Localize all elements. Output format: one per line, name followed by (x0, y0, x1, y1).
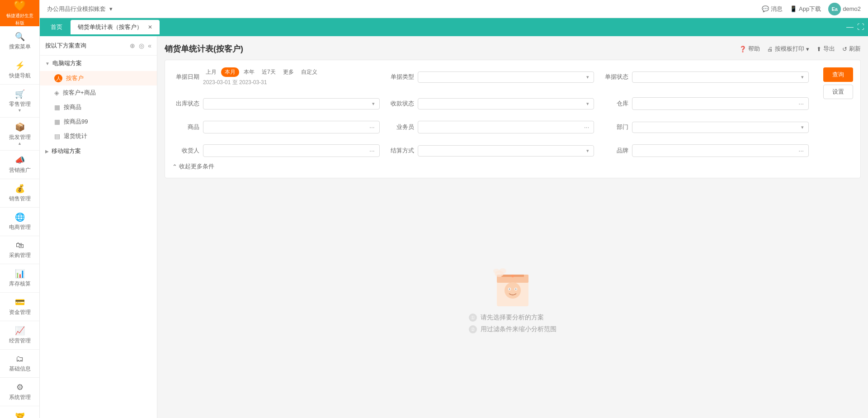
collapse-icon: ⌃ (172, 163, 177, 170)
filter-row-3: 商品 ··· 业务员 ··· (172, 121, 809, 133)
payment-status-arrow: ▾ (586, 101, 589, 107)
retail-icon: 🛒 (15, 89, 25, 99)
date-tab-this-month[interactable]: 本月 (221, 67, 239, 77)
scheme-group-desktop-label: 电脑端方案 (52, 59, 82, 67)
tab-close-btn[interactable]: ✕ (148, 24, 152, 30)
scheme-header-title: 按以下方案查询 (45, 42, 86, 50)
tab-bar-end: — ⛶ (846, 23, 864, 31)
out-status-select[interactable]: ▾ (203, 98, 380, 109)
tab-maximize-btn[interactable]: ⛶ (857, 23, 864, 31)
date-tab-this-year[interactable]: 本年 (241, 67, 257, 77)
sidebar-search-label: 搜索菜单 (9, 43, 31, 51)
sidebar-item-wholesale[interactable]: 📦 批发管理 ▲ (0, 118, 40, 151)
payment-method-label: 结算方式 (387, 147, 414, 155)
sidebar-item-inventory[interactable]: 📊 库存核算 (0, 264, 40, 293)
right-panel: 销货单统计表(按客户) ❓ 帮助 🖨 按模板打印 ▾ ⬆ 导出 (157, 36, 868, 418)
tab-home[interactable]: 首页 (43, 20, 70, 34)
sidebar-item-search[interactable]: 🔍 搜索菜单 (0, 26, 40, 56)
brand-select[interactable]: ··· (632, 144, 809, 157)
salesperson-select[interactable]: ··· (418, 121, 594, 133)
warehouse-dots: ··· (798, 100, 804, 107)
sidebar-item-marketing[interactable]: 📣 营销推广 (0, 151, 40, 179)
scheme-panel: 按以下方案查询 ⊕ ◎ « ▼ 电脑端方案 人 按客户 ◈ (40, 36, 157, 418)
goods-99-icon: ▦ (54, 118, 60, 125)
scheme-item-refund-stat[interactable]: ▤ 退货统计 (40, 129, 157, 143)
purchase-icon: 🛍 (16, 241, 24, 250)
customer-goods-icon: ◈ (54, 89, 59, 96)
query-button[interactable]: 查询 (823, 67, 853, 82)
help-btn[interactable]: ❓ 帮助 (739, 45, 760, 53)
customer-avatar-icon: 人 (54, 74, 62, 82)
refresh-btn[interactable]: ↺ 刷新 (842, 45, 861, 53)
date-tabs: 上月 本月 本年 近7天 更多 自定义 (203, 67, 380, 77)
receiver-dots: ··· (369, 147, 375, 154)
filter-warehouse: 仓库 ··· (601, 97, 809, 110)
sidebar-item-quick-nav[interactable]: ⚡ 快捷导航 (0, 56, 40, 85)
filter-row-2: 出库状态 ▾ 收款状态 ▾ (172, 97, 809, 110)
tab-home-label: 首页 (51, 23, 62, 31)
doc-status-select[interactable]: ▾ (632, 71, 809, 83)
sidebar-item-finance[interactable]: 💳 资金管理 (0, 293, 40, 321)
date-tab-custom[interactable]: 自定义 (298, 67, 320, 77)
tab-minimize-btn[interactable]: — (846, 23, 854, 31)
app-download-btn[interactable]: 📱 App下载 (790, 5, 821, 13)
receiver-select[interactable]: ··· (203, 144, 380, 157)
sidebar-item-enterprise[interactable]: 🤝 企业协同 (0, 406, 40, 418)
payment-status-select[interactable]: ▾ (418, 98, 594, 109)
scheme-item-by-customer[interactable]: 人 按客户 (40, 71, 157, 86)
template-print-btn[interactable]: 🖨 按模板打印 ▾ (767, 45, 809, 53)
date-tab-last7[interactable]: 近7天 (259, 67, 278, 77)
goods-select[interactable]: ··· (203, 121, 380, 133)
settings-button[interactable]: 设置 (823, 85, 853, 99)
message-btn[interactable]: 💬 消息 (762, 5, 783, 13)
app-logo[interactable]: 🧡 畅捷通好生意 标版 (0, 0, 40, 26)
export-icon: ⬆ (816, 46, 821, 52)
brand-label: 品牌 (601, 147, 628, 155)
scheme-item-by-customer-goods-label: 按客户+商品 (63, 89, 96, 97)
date-tab-last-month[interactable]: 上月 (203, 67, 219, 77)
user-profile-btn[interactable]: Ea demo2 (828, 3, 861, 15)
sidebar-item-basic[interactable]: 🗂 基础信息 (0, 350, 40, 378)
filter-row-1: 单据日期 上月 本月 本年 近7天 更多 自定义 (172, 67, 809, 86)
department-select[interactable]: ▾ (632, 122, 809, 133)
scheme-item-refund-stat-label: 退货统计 (64, 132, 87, 140)
sidebar-item-system[interactable]: ⚙ 系统管理 (0, 378, 40, 406)
scheme-group-desktop-title[interactable]: ▼ 电脑端方案 (40, 56, 157, 71)
date-tab-more[interactable]: 更多 (280, 67, 297, 77)
enterprise-icon: 🤝 (15, 411, 25, 418)
industry-selector[interactable]: 办公用品行业模拟账套 ▾ (47, 5, 113, 13)
scheme-settings-btn[interactable]: ◎ (139, 42, 144, 49)
doc-type-select[interactable]: ▾ (418, 71, 594, 83)
sidebar-item-ecommerce[interactable]: 🌐 电商管理 (0, 208, 40, 236)
top-header: 办公用品行业模拟账套 ▾ 💬 消息 📱 App下载 Ea demo2 (40, 0, 868, 18)
sidebar-item-sales[interactable]: 💰 销售管理 (0, 179, 40, 208)
marketing-icon: 📣 (15, 155, 25, 165)
tab-bar: 首页 销货单统计表（按客户） ✕ — ⛶ (40, 18, 868, 36)
system-icon: ⚙ (16, 382, 24, 392)
logo-icon: 🧡 (14, 0, 26, 12)
scheme-group-mobile: ▶ 移动端方案 (40, 143, 157, 159)
scheme-header: 按以下方案查询 ⊕ ◎ « (40, 36, 157, 56)
scheme-group-mobile-title[interactable]: ▶ 移动端方案 (40, 143, 157, 159)
scheme-item-by-goods-99[interactable]: ▦ 按商品99 (40, 114, 157, 129)
sidebar-item-operations[interactable]: 📈 经营管理 (0, 321, 40, 350)
scheme-group-mobile-label: 移动端方案 (52, 147, 81, 155)
sidebar-item-purchase[interactable]: 🛍 采购管理 (0, 236, 40, 264)
svg-point-3 (505, 282, 521, 299)
empty-hint-1-text: 请先选择要分析的方案 (481, 314, 544, 322)
payment-status-label: 收款状态 (387, 100, 414, 108)
sidebar-ecommerce-label: 电商管理 (9, 223, 31, 231)
sidebar-item-retail[interactable]: 🛒 零售管理 ▼ (0, 85, 40, 118)
scheme-item-by-customer-goods[interactable]: ◈ 按客户+商品 (40, 86, 157, 100)
filter-doc-type: 单据类型 ▾ (387, 71, 594, 83)
warehouse-select[interactable]: ··· (632, 97, 809, 110)
scheme-add-btn[interactable]: ⊕ (130, 42, 135, 49)
refresh-label: 刷新 (849, 45, 861, 53)
page-title-bar: 销货单统计表(按客户) ❓ 帮助 🖨 按模板打印 ▾ ⬆ 导出 (165, 43, 861, 54)
tab-sales-stat[interactable]: 销货单统计表（按客户） ✕ (71, 20, 160, 34)
payment-method-select[interactable]: ▾ (418, 145, 594, 157)
scheme-collapse-btn[interactable]: « (148, 42, 151, 49)
export-btn[interactable]: ⬆ 导出 (816, 45, 835, 53)
collapse-btn[interactable]: ⌃ 收起更多条件 (172, 162, 853, 171)
scheme-item-by-goods[interactable]: ▦ 按商品 (40, 100, 157, 114)
